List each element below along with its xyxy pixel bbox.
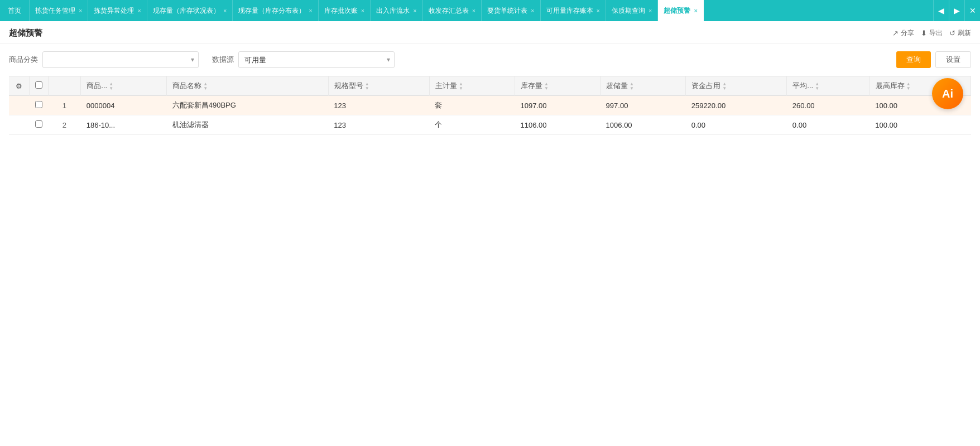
ai-badge[interactable]: Ai — [932, 78, 963, 109]
nav-tab-tab-0[interactable]: 拣货任务管理 × — [30, 0, 88, 21]
nav-arrow-controls: ◀ ▶ ✕ — [933, 0, 980, 21]
col-header-spec[interactable]: 规格型号▲▼ — [328, 76, 429, 96]
row-stock: 1106.00 — [515, 115, 601, 135]
tab-close-icon[interactable]: × — [648, 7, 652, 14]
row-index: 2 — [48, 115, 81, 135]
tab-close-icon[interactable]: × — [223, 7, 227, 14]
datasource-select-wrapper: 可用量 — [238, 51, 395, 68]
export-label: 导出 — [929, 28, 943, 38]
datasource-filter: 数据源 可用量 — [212, 51, 395, 68]
tab-close-icon[interactable]: × — [597, 7, 600, 14]
tab-close-icon[interactable]: × — [694, 7, 697, 14]
col-header-index — [48, 76, 81, 96]
row-name: 机油滤清器 — [167, 115, 329, 135]
page-header: 超储预警 ↗ 分享 ⬇ 导出 ↺ 刷新 — [0, 21, 980, 43]
row-unit: 个 — [429, 115, 515, 135]
share-label: 分享 — [901, 28, 914, 38]
query-button[interactable]: 查询 — [896, 51, 931, 68]
nav-tab-tab-9[interactable]: 保质期查询 × — [606, 0, 658, 21]
nav-tab-tab-10[interactable]: 超储预警 × — [658, 0, 703, 21]
row-capital: 0.00 — [686, 115, 787, 135]
filter-action-buttons: 查询 设置 — [896, 51, 971, 68]
row-stock: 1097.00 — [515, 96, 601, 115]
row-checkbox[interactable] — [35, 101, 42, 108]
category-select[interactable] — [42, 51, 199, 68]
nav-next-button[interactable]: ▶ — [949, 0, 964, 21]
col-header-name[interactable]: 商品名称▲▼ — [167, 76, 329, 96]
col-header-avg[interactable]: 平均...▲▼ — [787, 76, 869, 96]
row-over: 997.00 — [601, 96, 686, 115]
datasource-select[interactable]: 可用量 — [238, 51, 395, 68]
export-button[interactable]: ⬇ 导出 — [921, 28, 943, 38]
tab-close-icon[interactable]: × — [413, 7, 416, 14]
row-index: 1 — [48, 96, 81, 115]
nav-tabs: 拣货任务管理 ×拣货异常处理 ×现存量（库存状况表） ×现存量（库存分布表） ×… — [30, 0, 933, 21]
data-table: ⚙ 商品...▲▼ 商品名称▲▼ 规格型号▲▼ 主计量▲▼ — [9, 76, 971, 135]
table-wrapper: ⚙ 商品...▲▼ 商品名称▲▼ 规格型号▲▼ 主计量▲▼ — [0, 76, 980, 135]
nav-tab-tab-7[interactable]: 要货单统计表 × — [482, 0, 540, 21]
page-title: 超储预警 — [9, 28, 42, 38]
category-filter: 商品分类 — [9, 51, 199, 68]
page-container: 超储预警 ↗ 分享 ⬇ 导出 ↺ 刷新 商品分类 — [0, 21, 980, 446]
nav-tab-tab-3[interactable]: 现存量（库存分布表） × — [233, 0, 318, 21]
col-header-gear[interactable]: ⚙ — [9, 76, 29, 96]
tab-close-icon[interactable]: × — [79, 7, 82, 14]
nav-prev-button[interactable]: ◀ — [933, 0, 949, 21]
page-actions: ↗ 分享 ⬇ 导出 ↺ 刷新 — [892, 28, 971, 38]
row-gear-cell — [9, 115, 29, 135]
select-all-checkbox[interactable] — [35, 81, 42, 89]
table-header-row: ⚙ 商品...▲▼ 商品名称▲▼ 规格型号▲▼ 主计量▲▼ — [9, 76, 971, 96]
row-capital: 259220.00 — [686, 96, 787, 115]
row-max: 100.00 — [869, 115, 971, 135]
table-row: 2 186-10... 机油滤清器 123 个 1106.00 1006.00 … — [9, 115, 971, 135]
tab-close-icon[interactable]: × — [361, 7, 364, 14]
export-icon: ⬇ — [921, 29, 927, 37]
row-spec: 123 — [328, 96, 429, 115]
row-checkbox[interactable] — [35, 120, 42, 128]
col-header-stock[interactable]: 库存量▲▼ — [515, 76, 601, 96]
nav-tab-tab-4[interactable]: 库存批次账 × — [319, 0, 371, 21]
datasource-label: 数据源 — [212, 55, 234, 65]
row-gear-cell — [9, 96, 29, 115]
col-header-check — [29, 76, 48, 96]
nav-tab-tab-8[interactable]: 可用量库存账本 × — [541, 0, 606, 21]
nav-tab-tab-2[interactable]: 现存量（库存状况表） × — [147, 0, 233, 21]
nav-close-button[interactable]: ✕ — [964, 0, 980, 21]
settings-button[interactable]: 设置 — [935, 51, 971, 68]
row-unit: 套 — [429, 96, 515, 115]
tab-close-icon[interactable]: × — [472, 7, 475, 14]
nav-tab-tab-5[interactable]: 出入库流水 × — [371, 0, 422, 21]
refresh-button[interactable]: ↺ 刷新 — [949, 28, 971, 38]
row-spec: 123 — [328, 115, 429, 135]
refresh-icon: ↺ — [949, 29, 955, 37]
row-avg: 260.00 — [787, 96, 869, 115]
row-name: 六配套新昌490BPG — [167, 96, 329, 115]
nav-home[interactable]: 首页 — [0, 0, 30, 21]
tab-close-icon[interactable]: × — [137, 7, 141, 14]
top-navigation: 首页 拣货任务管理 ×拣货异常处理 ×现存量（库存状况表） ×现存量（库存分布表… — [0, 0, 980, 21]
row-avg: 0.00 — [787, 115, 869, 135]
nav-tab-tab-6[interactable]: 收发存汇总表 × — [423, 0, 482, 21]
col-header-over[interactable]: 超储量▲▼ — [601, 76, 686, 96]
row-check-cell — [29, 115, 48, 135]
table-body: 1 0000004 六配套新昌490BPG 123 套 1097.00 997.… — [9, 96, 971, 135]
filter-area: 商品分类 数据源 可用量 查询 设置 — [0, 43, 980, 76]
tab-close-icon[interactable]: × — [309, 7, 312, 14]
row-sku: 0000004 — [81, 96, 167, 115]
share-button[interactable]: ↗ 分享 — [892, 28, 914, 38]
refresh-label: 刷新 — [958, 28, 971, 38]
row-check-cell — [29, 96, 48, 115]
col-header-capital[interactable]: 资金占用▲▼ — [686, 76, 787, 96]
nav-tab-tab-1[interactable]: 拣货异常处理 × — [88, 0, 147, 21]
row-over: 1006.00 — [601, 115, 686, 135]
tab-close-icon[interactable]: × — [531, 7, 534, 14]
col-header-unit[interactable]: 主计量▲▼ — [429, 76, 515, 96]
share-icon: ↗ — [892, 29, 899, 37]
row-sku: 186-10... — [81, 115, 167, 135]
category-label: 商品分类 — [9, 55, 38, 65]
col-header-sku[interactable]: 商品...▲▼ — [81, 76, 167, 96]
category-select-wrapper — [42, 51, 199, 68]
table-row: 1 0000004 六配套新昌490BPG 123 套 1097.00 997.… — [9, 96, 971, 115]
